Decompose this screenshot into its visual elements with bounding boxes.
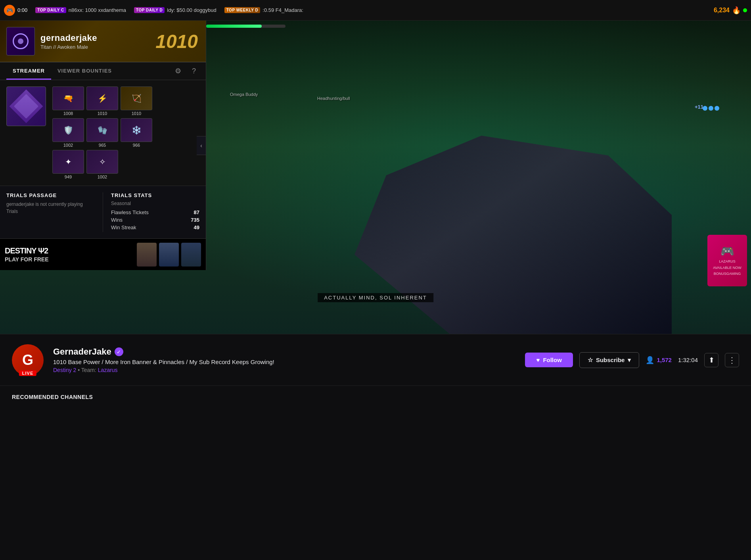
trials-passage-desc: gernaderjake is not currently playing Tr… <box>6 201 95 215</box>
stat-row-flawless: Flawless Tickets 87 <box>111 209 199 215</box>
equip-item-4[interactable]: 🧤 965 <box>86 118 118 148</box>
equip-img-1: ⚡ <box>86 86 118 110</box>
equip-img-3: 🛡️ <box>52 118 84 142</box>
notif2-text: ldy: $50.00 doggybud <box>167 7 216 13</box>
stat-val-streak: 49 <box>194 224 199 230</box>
top-notification-bar: 🎮 0:00 TOP DAILY C n86xx: 1000 xxdanthem… <box>0 0 751 21</box>
streamer-panel: gernaderjake Titan // Awoken Male 1010 S… <box>0 21 206 270</box>
equip-power-2: 1010 <box>121 111 152 116</box>
team-link[interactable]: Lazarus <box>98 367 118 373</box>
weekly-d-badge: TOP WEEKLY D <box>224 7 261 13</box>
tab-viewer-bounties[interactable]: VIEWER BOUNTIES <box>51 62 118 80</box>
share-button[interactable]: ⬆ <box>704 353 718 367</box>
help-icon[interactable]: ? <box>188 65 199 77</box>
equip-item-6[interactable]: ✦ 949 <box>52 150 84 179</box>
recommended-title: Recommended Channels <box>12 394 739 400</box>
live-badge: LIVE <box>19 370 36 376</box>
tab-streamer[interactable]: STREAMER <box>6 62 51 80</box>
health-bar <box>206 25 285 28</box>
equip-item-2[interactable]: 🏹 1010 <box>121 86 152 116</box>
follow-button[interactable]: ♥ Follow <box>525 353 573 367</box>
ad-content: DESTINY Ψ2 PLAY FOR FREE <box>5 243 201 267</box>
equip-power-1: 1010 <box>86 111 118 116</box>
game-link[interactable]: Destiny 2 <box>53 367 76 373</box>
daily-c-badge: TOP DAILY C <box>35 7 66 13</box>
equip-item-1[interactable]: ⚡ 1010 <box>86 86 118 116</box>
equip-item-0[interactable]: 🔫 1008 <box>52 86 84 116</box>
trials-seasonal: Seasonal <box>111 201 199 206</box>
equip-power-4: 965 <box>86 143 118 148</box>
info-bar: G LIVE GernaderJake ✓ 1010 Base Power / … <box>0 334 751 385</box>
orb-3 <box>715 106 719 111</box>
chevron-down-icon: ▾ <box>628 357 631 364</box>
meta-separator: • Team: <box>78 367 98 373</box>
notif3-text: :0.59 F4_Madara: <box>262 7 303 13</box>
settings-icon[interactable]: ⚙ <box>172 65 184 77</box>
lower-section: Recommended Channels <box>0 385 751 560</box>
emblem-eye-icon <box>13 33 29 49</box>
ad-char-3 <box>181 243 201 267</box>
stat-row-streak: Win Streak 49 <box>111 224 199 230</box>
notif1-text: n86xx: 1000 xxdanthema <box>69 7 126 13</box>
stream-meta: Destiny 2 • Team: Lazarus <box>53 367 515 373</box>
ad-char-1 <box>137 243 157 267</box>
daily-d-badge: TOP DAILY D <box>134 7 165 13</box>
badge-daily-d: TOP DAILY D ldy: $50.00 doggybud <box>134 7 216 13</box>
streamer-name: GernaderJake <box>53 347 111 357</box>
equip-item-7[interactable]: ✧ 1002 <box>86 150 118 179</box>
recommended-section: Recommended Channels <box>12 394 739 552</box>
info-bar-actions: ♥ Follow ☆ Subscribe ▾ 👤 1,572 1:32:04 ⬆… <box>525 352 739 368</box>
orb-2 <box>709 106 713 111</box>
viewer-number: 1,572 <box>657 357 672 363</box>
hud-ad-card[interactable]: 🎮 LAZARUS AVAILABLE NOW BONUSGAMING <box>707 235 747 286</box>
badge-daily-c: TOP DAILY C n86xx: 1000 xxdanthema <box>35 7 126 13</box>
equipped-emblem <box>6 86 46 126</box>
equip-item-5[interactable]: ❄️ 966 <box>121 118 152 148</box>
orb-display <box>703 106 719 111</box>
player-tag-2: Headhunting/bull <box>317 96 350 101</box>
equip-power-3: 1002 <box>52 143 84 148</box>
emblem-diamond-icon <box>10 90 43 123</box>
equip-power-6: 949 <box>52 175 84 179</box>
player-tag-1: Omega Buddy <box>230 92 258 97</box>
equip-item-3[interactable]: 🛡️ 1002 <box>52 118 84 148</box>
streamer-name-row: GernaderJake ✓ <box>53 347 515 357</box>
hud-card-text2: AVAILABLE NOW <box>713 266 741 270</box>
character-header: gernaderjake Titan // Awoken Male 1010 <box>0 21 206 62</box>
ad-char-2 <box>159 243 179 267</box>
stat-val-wins: 735 <box>191 217 199 223</box>
viewer-icon: 👤 <box>646 356 654 364</box>
ad-logo: DESTINY Ψ2 <box>5 246 48 255</box>
equip-power-0: 1008 <box>52 111 84 116</box>
stat-val-flawless: 87 <box>194 209 199 215</box>
collapse-panel-button[interactable]: ‹ <box>197 136 206 155</box>
streamer-info: GernaderJake ✓ 1010 Base Power / More Ir… <box>53 347 515 373</box>
destiny-logo-text: DESTINY Ψ2 <box>5 246 48 255</box>
trials-section: TRIALS PASSAGE gernaderjake is not curre… <box>0 186 206 238</box>
hud-card-text1: LAZARUS <box>719 259 736 264</box>
ad-characters <box>137 243 201 267</box>
panel-tab-icons: ⚙ ? <box>172 65 199 77</box>
equip-img-6: ✦ <box>52 150 84 174</box>
streamer-avatar: G LIVE <box>12 344 44 376</box>
plus-indicator: +11 <box>695 104 703 110</box>
hud-card-text3: BONUSGAMING <box>714 272 741 276</box>
health-fill <box>206 25 262 28</box>
more-options-button[interactable]: ⋮ <box>725 353 739 367</box>
subscribe-button[interactable]: ☆ Subscribe ▾ <box>579 352 640 368</box>
trials-stats-title: TRIALS STATS <box>111 192 199 198</box>
stat-row-wins: Wins 735 <box>111 217 199 223</box>
heart-icon: ♥ <box>536 357 540 363</box>
ad-banner[interactable]: DESTINY Ψ2 PLAY FOR FREE <box>0 238 206 270</box>
stream-title: 1010 Base Power / More Iron Banner & Pin… <box>53 359 331 365</box>
trials-passage-title: TRIALS PASSAGE <box>6 192 95 198</box>
stat-label-flawless: Flawless Tickets <box>111 209 149 215</box>
stat-label-wins: Wins <box>111 217 123 223</box>
hud-card-icon: 🎮 <box>720 245 734 258</box>
timer-icon: 🎮 <box>4 5 15 16</box>
avatar-letter: G <box>22 352 33 368</box>
equip-img-2: 🏹 <box>121 86 152 110</box>
equip-img-7: ✧ <box>86 150 118 174</box>
green-dot <box>743 8 747 12</box>
stat-label-streak: Win Streak <box>111 224 136 230</box>
